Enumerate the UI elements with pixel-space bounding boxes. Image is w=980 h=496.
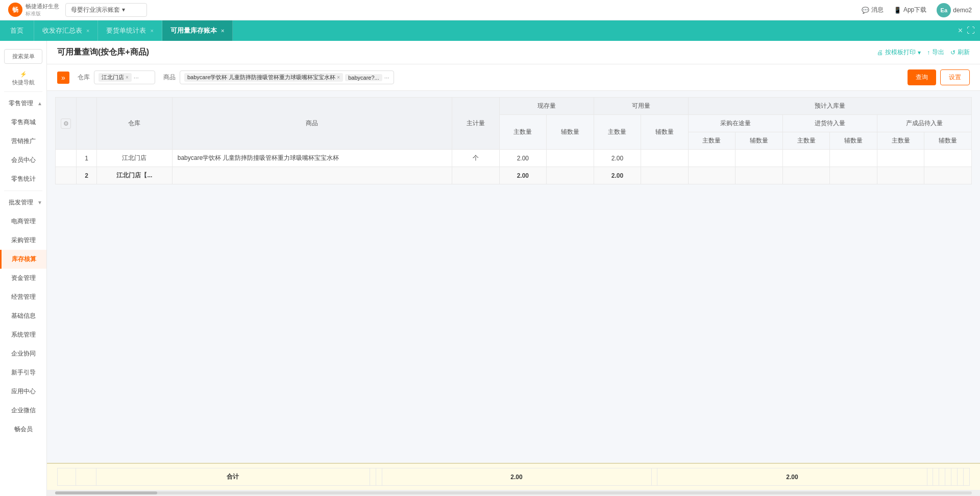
- warehouse-filter-label: 仓库: [78, 73, 90, 82]
- sidebar-item-finance-mgmt-label: 资金管理: [4, 274, 42, 282]
- sidebar-divider-2: [4, 191, 42, 191]
- sidebar-item-finance-mgmt[interactable]: 资金管理: [0, 269, 46, 288]
- tab-receive-summary-close[interactable]: ×: [86, 28, 89, 34]
- product-filter-group: 商品 babycare学饮杯 儿童防摔防撞吸管杯重力球吸嘴杯宝宝水杯 × bab…: [163, 70, 394, 84]
- col-warehouse-header: 仓库: [97, 98, 173, 150]
- row-2-num: 2: [77, 167, 97, 184]
- sidebar-item-retail-mgmt-label: 零售管理: [4, 99, 37, 108]
- sidebar-item-marketing[interactable]: 营销推广: [0, 132, 46, 151]
- product-filter-input[interactable]: babycare学饮杯 儿童防摔防撞吸管杯重力球吸嘴杯宝宝水杯 × babyca…: [180, 70, 394, 84]
- sidebar-item-app-center[interactable]: 应用中心: [0, 382, 46, 401]
- tab-order-stats-close[interactable]: ×: [150, 28, 153, 34]
- logo-subtext: 标准版: [26, 10, 59, 17]
- tab-order-stats[interactable]: 要货单统计表 ×: [98, 20, 162, 41]
- tab-home[interactable]: 首页: [0, 20, 34, 41]
- export-label: 导出: [932, 48, 944, 57]
- user-item[interactable]: Ea demo2: [937, 3, 972, 17]
- logo-text-block: 畅捷通好生意 标准版: [26, 3, 59, 17]
- sidebar-item-purchase-mgmt[interactable]: 采购管理: [0, 231, 46, 250]
- sidebar-item-enterprise-collab[interactable]: 企业协同: [0, 344, 46, 363]
- sidebar-item-ecommerce[interactable]: 电商管理: [0, 212, 46, 231]
- total-unit-cell: [376, 468, 382, 486]
- scrollbar-thumb[interactable]: [55, 491, 157, 494]
- sidebar-divider-1: [4, 91, 42, 92]
- total-product-cell: [370, 468, 376, 486]
- page-header: 可用量查询(按仓库+商品) 🖨 按模板打印 ▾ ↑ 导出 ↺ 刷新: [47, 41, 980, 64]
- col-product-header: 商品: [172, 98, 452, 150]
- print-chevron-icon: ▾: [918, 49, 921, 56]
- sidebar-item-member-center[interactable]: 会员中心: [0, 151, 46, 170]
- sidebar-quick-nav[interactable]: ⚡ 快捷导航: [0, 68, 46, 89]
- search-menu-button[interactable]: 搜索菜单: [4, 49, 42, 64]
- warehouse-filter-input[interactable]: 江北门店 × ···: [94, 70, 155, 84]
- product-more-icon[interactable]: ···: [384, 74, 389, 81]
- sidebar-item-basic-info[interactable]: 基础信息: [0, 306, 46, 325]
- close-all-tabs-icon[interactable]: ×: [958, 26, 963, 35]
- industry-selector[interactable]: 母婴行业演示账套 ▾: [65, 3, 147, 17]
- horizontal-scrollbar[interactable]: [47, 490, 980, 496]
- sidebar-item-retail-stats[interactable]: 零售统计: [0, 170, 46, 188]
- query-button[interactable]: 查询: [908, 69, 936, 85]
- export-icon: ↑: [927, 49, 930, 56]
- row-1-settings: [56, 150, 77, 167]
- phone-icon: 📱: [894, 7, 901, 14]
- sidebar-item-system-mgmt[interactable]: 系统管理: [0, 325, 46, 344]
- total-label-cell: 合计: [96, 468, 370, 486]
- message-item[interactable]: 💬 消息: [862, 6, 884, 14]
- filter-expand-button[interactable]: »: [57, 72, 69, 84]
- product-filter-tag-1: babycare学饮杯 儿童防摔防撞吸管杯重力球吸嘴杯宝宝水杯 ×: [184, 73, 343, 82]
- expand-window-icon[interactable]: ⛶: [967, 26, 975, 35]
- total-settings-cell: [58, 468, 76, 486]
- row-1-avail-aux: [641, 150, 689, 167]
- industry-chevron-icon: ▾: [122, 6, 125, 13]
- sidebar-item-enterprise-wechat[interactable]: 企业微信: [0, 401, 46, 420]
- avatar-text: Ea: [941, 7, 947, 13]
- col-settings-header: ⚙: [56, 98, 77, 150]
- row-2-inbound-aux: [830, 167, 877, 184]
- sidebar-item-ecommerce-label: 电商管理: [4, 217, 42, 226]
- col-inbound-pending-header: 进货待入量: [782, 115, 877, 132]
- total-num-cell: [76, 468, 96, 486]
- warehouse-tag-close-icon[interactable]: ×: [126, 75, 129, 80]
- sidebar-item-vip-member[interactable]: 畅会员: [0, 420, 46, 439]
- export-btn[interactable]: ↑ 导出: [927, 48, 944, 57]
- col-num-header: [77, 98, 97, 150]
- total-product-main-cell: [958, 468, 964, 486]
- warehouse-more-icon[interactable]: ···: [134, 74, 139, 81]
- sidebar-item-retail-mgmt[interactable]: 零售管理 ▲: [0, 94, 46, 113]
- row-2-product-main: [877, 167, 924, 184]
- tab-available-inventory[interactable]: 可用量库存账本 ×: [162, 20, 233, 41]
- col-unit-header: 主计量: [452, 98, 500, 150]
- sidebar-item-inventory-check[interactable]: 库存核算: [0, 250, 46, 269]
- page-title: 可用量查询(按仓库+商品): [57, 47, 149, 58]
- row-1-unit: 个: [452, 150, 500, 167]
- total-table: 合计 2.00 2.00: [57, 468, 970, 486]
- row-2-purchase-main: [688, 167, 736, 184]
- print-icon: 🖨: [877, 49, 883, 56]
- message-label: 消息: [871, 6, 884, 14]
- product-tag-1-close-icon[interactable]: ×: [337, 75, 340, 80]
- tab-receive-summary[interactable]: 收发存汇总表 ×: [34, 20, 98, 41]
- tab-available-inventory-close[interactable]: ×: [221, 28, 224, 34]
- app-download-item[interactable]: 📱 App下载: [894, 6, 926, 14]
- sidebar-item-new-guide[interactable]: 新手引导: [0, 363, 46, 382]
- nav-tab-actions: × ⛶: [953, 26, 980, 35]
- logo-area: 畅 畅捷通好生意 标准版: [8, 3, 59, 17]
- table-settings-icon[interactable]: ⚙: [61, 119, 71, 129]
- sidebar-item-app-center-label: 应用中心: [4, 387, 42, 396]
- col-purchase-transit-header: 采购在途量: [688, 115, 782, 132]
- refresh-icon: ↺: [950, 49, 955, 56]
- sidebar-item-retail-mall[interactable]: 零售商城: [0, 113, 46, 132]
- total-inbound-main-cell: [945, 468, 951, 486]
- row-2-avail-main: 2.00: [594, 167, 641, 184]
- settings-button[interactable]: 设置: [940, 69, 970, 85]
- sidebar-item-enterprise-wechat-label: 企业微信: [4, 406, 42, 415]
- row-1-product-aux: [924, 150, 972, 167]
- col-product-pending-header: 产成品待入量: [877, 115, 971, 132]
- refresh-btn[interactable]: ↺ 刷新: [950, 48, 970, 57]
- print-template-btn[interactable]: 🖨 按模板打印 ▾: [877, 48, 921, 57]
- filter-action-buttons: 查询 设置: [908, 69, 970, 85]
- sidebar: 搜索菜单 ⚡ 快捷导航 零售管理 ▲ 零售商城 营销推广 会员中心 零售统计 批…: [0, 41, 47, 496]
- sidebar-item-operations-mgmt[interactable]: 经营管理: [0, 288, 46, 306]
- sidebar-item-wholesale-mgmt[interactable]: 批发管理 ▼: [0, 193, 46, 212]
